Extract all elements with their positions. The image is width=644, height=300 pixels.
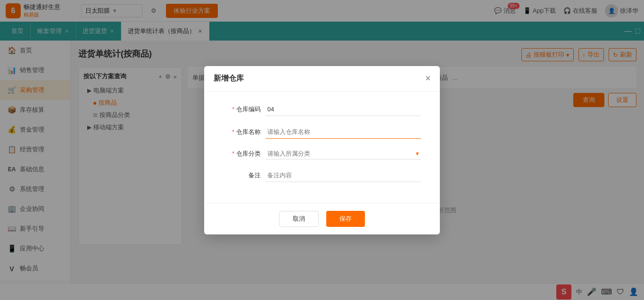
modal-overlay[interactable]: 新增仓库 × 仓库编码 仓库名称 仓库分类 ▾: [0, 0, 644, 300]
modal-header: 新增仓库 ×: [204, 66, 440, 92]
save-button[interactable]: 保存: [326, 211, 365, 227]
form-row-name: 仓库名称: [223, 125, 421, 139]
modal-title: 新增仓库: [214, 74, 244, 83]
category-input[interactable]: [267, 150, 416, 157]
add-warehouse-modal: 新增仓库 × 仓库编码 仓库名称 仓库分类 ▾: [204, 66, 440, 234]
note-label: 备注: [223, 171, 261, 180]
form-row-note: 备注: [223, 169, 421, 182]
name-label: 仓库名称: [223, 128, 261, 136]
code-input[interactable]: [265, 103, 421, 116]
modal-body: 仓库编码 仓库名称 仓库分类 ▾ 备注: [204, 92, 440, 203]
modal-footer: 取消 保存: [204, 203, 440, 234]
category-select-wrapper: ▾: [265, 148, 421, 159]
form-row-category: 仓库分类 ▾: [223, 148, 421, 159]
note-input[interactable]: [265, 169, 421, 182]
form-row-code: 仓库编码: [223, 103, 421, 116]
category-dropdown-icon[interactable]: ▾: [416, 150, 419, 157]
modal-close-button[interactable]: ×: [425, 74, 430, 83]
cancel-button[interactable]: 取消: [279, 211, 319, 227]
name-input[interactable]: [265, 125, 421, 139]
code-label: 仓库编码: [223, 105, 261, 114]
category-label: 仓库分类: [223, 150, 261, 158]
